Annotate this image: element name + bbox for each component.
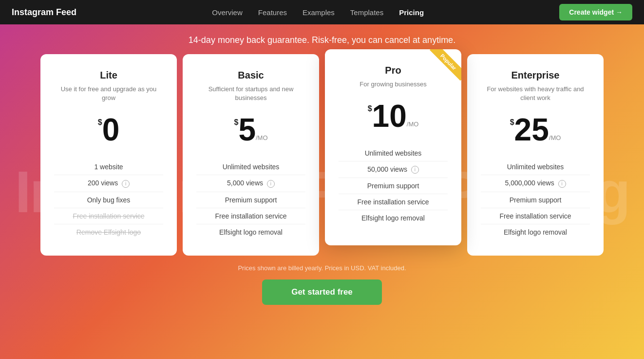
list-item: Elfsight logo removal (339, 210, 448, 226)
list-item: Premium support (481, 192, 590, 208)
nav-overview[interactable]: Overview (212, 8, 243, 17)
guarantee-text: 14-day money back guarantee. Risk-free, … (189, 35, 455, 45)
billed-note: Prices shown are billed yearly. Prices i… (0, 264, 644, 272)
lite-price-row: $ 0 (54, 114, 163, 145)
info-icon[interactable]: i (558, 180, 566, 188)
lite-features: 1 website 200 views i Only bug fixes Fre… (54, 159, 163, 239)
basic-subtitle: Sufficient for startups and new business… (196, 85, 305, 102)
list-item: 5,000,000 views i (481, 175, 590, 191)
info-icon[interactable]: i (411, 166, 419, 174)
lite-title: Lite (54, 70, 163, 81)
list-item: Free installation service (54, 208, 163, 224)
enterprise-period: /MO (549, 134, 561, 141)
list-item: 5,000 views i (196, 175, 305, 191)
nav-links: Overview Features Examples Templates Pri… (212, 8, 424, 17)
popular-badge: Popular (422, 49, 461, 88)
list-item: Elfsight logo removal (481, 224, 590, 240)
list-item: Free installation service (481, 208, 590, 224)
list-item: 1 website (54, 159, 163, 175)
enterprise-features: Unlimited websites 5,000,000 views i Pre… (481, 159, 590, 239)
list-item: Unlimited websites (481, 159, 590, 175)
pricing-card-lite[interactable]: Lite Use it for free and upgrade as you … (40, 54, 177, 256)
navbar: Instagram Feed Overview Features Example… (0, 0, 644, 24)
basic-title: Basic (196, 70, 305, 81)
pro-features: Unlimited websites 50,000 views i Premiu… (339, 145, 448, 226)
enterprise-title: Enterprise (481, 70, 590, 81)
brand-logo: Instagram Feed (12, 7, 76, 18)
pro-amount: 10 (372, 100, 407, 132)
pro-dollar: $ (368, 104, 372, 113)
enterprise-price-row: $ 25 /MO (481, 114, 590, 145)
lite-subtitle: Use it for free and upgrade as you grow (54, 85, 163, 102)
info-icon[interactable]: i (122, 180, 130, 188)
lite-dollar: $ (98, 118, 102, 127)
get-started-button[interactable]: Get started free (262, 279, 382, 305)
basic-price-row: $ 5 /MO (196, 114, 305, 145)
guarantee-bar: 14-day money back guarantee. Risk-free, … (0, 24, 644, 54)
pro-period: /MO (407, 120, 419, 128)
nav-examples[interactable]: Examples (303, 8, 335, 17)
lite-amount: 0 (102, 114, 120, 145)
list-item: Premium support (339, 178, 448, 194)
basic-amount: 5 (238, 114, 256, 145)
nav-pricing[interactable]: Pricing (399, 8, 424, 17)
create-widget-button[interactable]: Create widget → (559, 4, 632, 20)
enterprise-dollar: $ (510, 118, 514, 127)
nav-features[interactable]: Features (258, 8, 287, 17)
nav-templates[interactable]: Templates (350, 8, 383, 17)
pricing-section: Lite Use it for free and upgrade as you … (0, 54, 644, 256)
pricing-card-basic[interactable]: Basic Sufficient for startups and new bu… (183, 54, 319, 256)
list-item: Only bug fixes (54, 192, 163, 208)
enterprise-subtitle: For websites with heavy traffic and clie… (481, 85, 590, 102)
list-item: 50,000 views i (339, 161, 448, 178)
basic-features: Unlimited websites 5,000 views i Premium… (196, 159, 305, 239)
list-item: Unlimited websites (196, 159, 305, 175)
list-item: Free installation service (339, 194, 448, 210)
popular-badge-label: Popular (430, 49, 461, 81)
list-item: 200 views i (54, 175, 163, 191)
list-item: Remove Elfsight logo (54, 224, 163, 240)
list-item: Elfsight logo removal (196, 224, 305, 240)
pricing-card-enterprise[interactable]: Enterprise For websites with heavy traff… (467, 54, 604, 256)
basic-dollar: $ (234, 118, 238, 127)
pro-price-row: $ 10 /MO (339, 100, 448, 132)
hero-area: Instagram Feed Pricing 14-day money back… (0, 24, 644, 359)
bottom-section: Prices shown are billed yearly. Prices i… (0, 264, 644, 305)
basic-period: /MO (256, 134, 268, 141)
list-item: Unlimited websites (339, 145, 448, 161)
list-item: Premium support (196, 192, 305, 208)
info-icon[interactable]: i (267, 180, 275, 188)
enterprise-amount: 25 (514, 114, 549, 145)
list-item: Free installation service (196, 208, 305, 224)
pricing-card-pro[interactable]: Popular Pro For growing businesses $ 10 … (325, 49, 461, 245)
